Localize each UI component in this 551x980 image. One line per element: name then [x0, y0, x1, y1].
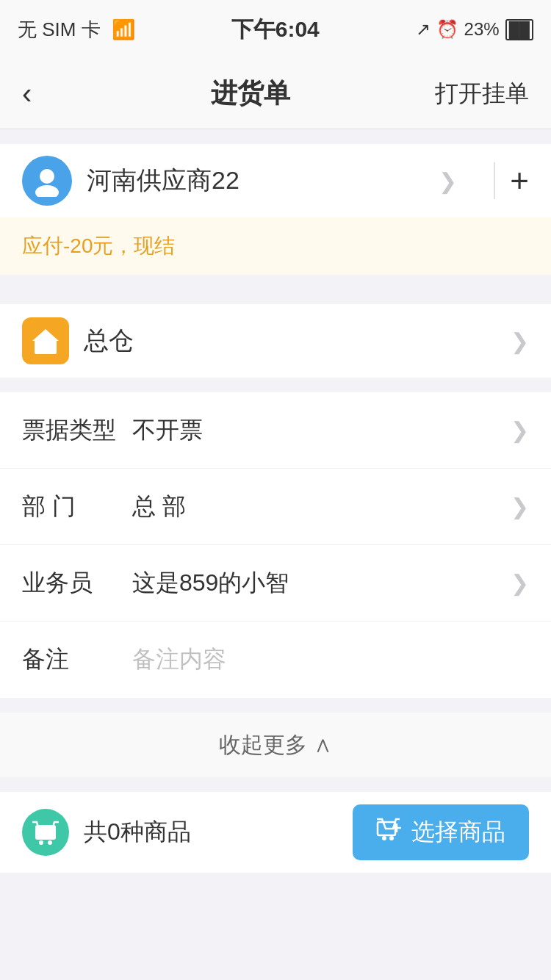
warehouse-row[interactable]: 总仓 ❯ [0, 304, 551, 378]
svg-rect-2 [35, 339, 57, 354]
back-button[interactable]: ‹ [22, 77, 66, 110]
page-title: 进货单 [211, 76, 290, 112]
status-carrier: 无 SIM 卡 📶 [18, 17, 135, 43]
alarm-icon: ⏰ [436, 19, 458, 40]
collapse-label: 收起更多 ∧ [219, 730, 331, 760]
invoice-type-label: 票据类型 [22, 414, 125, 447]
remark-value: 备注内容 [125, 644, 529, 676]
location-icon: ↗ [416, 19, 431, 40]
status-bar: 无 SIM 卡 📶 下午6:04 ↗ ⏰ 23% ██ [0, 0, 551, 59]
form-section: 票据类型 不开票 ❯ 部 门 总 部 ❯ 业务员 这是859的小智 ❯ 备注 备… [0, 392, 551, 698]
remark-row[interactable]: 备注 备注内容 [0, 621, 551, 698]
collapse-row[interactable]: 收起更多 ∧ [0, 713, 551, 777]
warehouse-name: 总仓 [84, 324, 511, 358]
supplier-divider [494, 162, 495, 199]
supplier-row[interactable]: 河南供应商22 ❯ + [0, 144, 551, 217]
svg-point-9 [389, 836, 394, 840]
gap-1 [0, 129, 551, 144]
product-count: 共0种商品 [84, 816, 191, 849]
svg-point-5 [39, 840, 43, 845]
product-info: 共0种商品 [22, 809, 191, 856]
select-product-label: 选择商品 [411, 816, 505, 849]
gap-2 [0, 275, 551, 289]
invoice-type-row[interactable]: 票据类型 不开票 ❯ [0, 392, 551, 469]
svg-marker-3 [32, 329, 59, 341]
salesperson-arrow-icon: ❯ [511, 570, 529, 596]
salesperson-row[interactable]: 业务员 这是859的小智 ❯ [0, 545, 551, 621]
remark-label: 备注 [22, 644, 125, 676]
add-cart-icon [376, 816, 403, 843]
department-value: 总 部 [125, 491, 511, 523]
supplier-name: 河南供应商22 [87, 164, 439, 198]
battery-text: 23% [464, 19, 500, 40]
select-product-button[interactable]: 选择商品 [353, 804, 529, 860]
bottom-bar: 共0种商品 选择商品 [0, 792, 551, 873]
supplier-avatar [22, 156, 72, 206]
notice-banner: 应付-20元，现结 [0, 217, 551, 275]
battery-icon: ██ [505, 19, 533, 40]
department-row[interactable]: 部 门 总 部 ❯ [0, 469, 551, 545]
add-supplier-button[interactable]: + [510, 162, 529, 199]
warehouse-arrow-icon: ❯ [511, 328, 529, 354]
status-time: 下午6:04 [231, 15, 320, 45]
supplier-arrow-icon: ❯ [439, 168, 457, 194]
status-right: ↗ ⏰ 23% ██ [416, 19, 533, 40]
invoice-type-arrow-icon: ❯ [511, 417, 529, 443]
user-icon [31, 165, 63, 197]
select-product-icon [376, 816, 403, 849]
department-label: 部 门 [22, 491, 125, 523]
open-pending-button[interactable]: 打开挂单 [435, 78, 529, 110]
background-rest [0, 873, 551, 980]
salesperson-label: 业务员 [22, 567, 125, 599]
department-arrow-icon: ❯ [511, 494, 529, 519]
product-icon [22, 809, 69, 856]
invoice-type-value: 不开票 [125, 414, 511, 447]
nav-bar: ‹ 进货单 打开挂单 [0, 59, 551, 129]
home-icon [31, 326, 60, 356]
cart-icon [31, 818, 60, 847]
svg-point-6 [48, 840, 52, 845]
svg-point-1 [35, 185, 59, 197]
warehouse-icon [22, 317, 69, 364]
svg-point-0 [40, 169, 54, 184]
salesperson-value: 这是859的小智 [125, 567, 511, 599]
svg-point-8 [382, 836, 386, 840]
